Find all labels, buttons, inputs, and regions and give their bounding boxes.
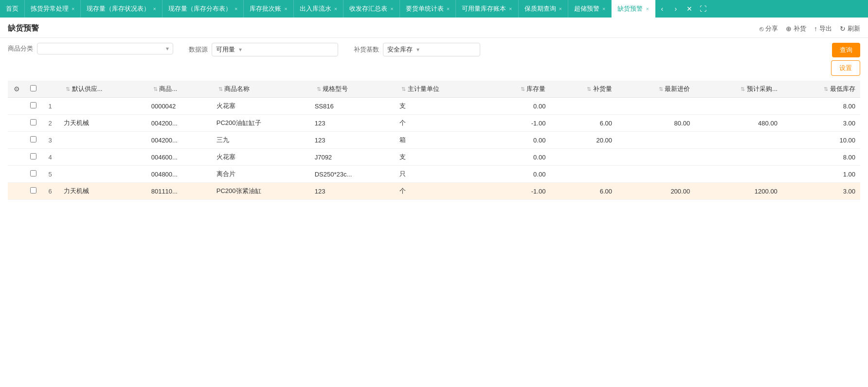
tab-close-3[interactable]: × (235, 6, 237, 12)
table-row: 4 004600... 火花塞 J7092 支 0.00 8.00 (8, 149, 860, 166)
col-rownum (41, 81, 59, 98)
tab-close-1[interactable]: × (72, 6, 74, 12)
tab-scroll-right[interactable]: › (669, 0, 683, 18)
row-num-4: 5 (41, 166, 59, 183)
tab-label: 超储预警 (574, 4, 599, 13)
datasource-filter-group: 数据源 可用量 ▾ (189, 43, 338, 56)
row-num-0: 1 (41, 98, 59, 115)
tab-1[interactable]: 拣货异常处理 × (25, 0, 81, 18)
tab-label: 首页 (6, 4, 18, 13)
settings-button[interactable]: 设置 (831, 60, 860, 76)
tab-close-8[interactable]: × (509, 6, 512, 12)
col-product-code: ⇅ 商品... (146, 81, 212, 98)
row-min-stock-3: 8.00 (782, 149, 860, 166)
tab-11[interactable]: 缺货预警 × (612, 0, 655, 18)
row-estimated-purchase-5: 1200.00 (695, 183, 782, 200)
table-row: 3 004200... 三九 123 箱 0.00 20.00 10.00 (8, 132, 860, 149)
row-checkbox-1[interactable] (30, 119, 36, 125)
gear-icon[interactable]: ⚙ (14, 85, 20, 93)
tab-label: 拣货异常处理 (31, 4, 69, 13)
tab-expand[interactable]: ⛶ (696, 0, 710, 18)
query-button[interactable]: 查询 (832, 43, 860, 57)
row-unit-4: 只 (395, 166, 484, 183)
tab-close-all[interactable]: ✕ (683, 0, 696, 18)
tab-close-5[interactable]: × (334, 6, 337, 12)
row-product-code-5: 801110... (146, 183, 212, 200)
category-label: 商品分类 (8, 44, 33, 53)
row-spec-3: J7092 (310, 149, 395, 166)
row-replenish-qty-0 (550, 98, 617, 115)
row-estimated-purchase-0 (695, 98, 782, 115)
tab-7[interactable]: 要货单统计表 × (400, 0, 456, 18)
share-icon: ⎋ (760, 25, 763, 33)
row-gear-cell (8, 166, 25, 183)
row-checkbox-cell (25, 115, 41, 132)
tab-label: 现存量（库存分布表） (168, 4, 232, 13)
row-latest-price-1: 80.00 (617, 115, 695, 132)
tab-label: 缺货预警 (617, 4, 643, 13)
tab-5[interactable]: 出入库流水 × (294, 0, 344, 18)
tab-6[interactable]: 收发存汇总表 × (344, 0, 399, 18)
category-dropdown-icon: ▾ (166, 45, 169, 52)
tab-9[interactable]: 保质期查询 × (519, 0, 568, 18)
row-estimated-purchase-2 (695, 132, 782, 149)
row-checkbox-4[interactable] (30, 170, 36, 176)
row-checkbox-cell (25, 183, 41, 200)
tab-label: 保质期查询 (524, 4, 556, 13)
row-checkbox-2[interactable] (30, 136, 36, 142)
tab-label: 库存批次账 (250, 4, 281, 13)
row-product-code-0: 0000042 (146, 98, 212, 115)
tab-home[interactable]: 首页 (0, 0, 25, 18)
row-unit-3: 支 (395, 149, 484, 166)
tab-close-10[interactable]: × (602, 6, 605, 12)
row-product-name-3: 火花塞 (212, 149, 310, 166)
row-supplier-0 (59, 98, 146, 115)
tab-3[interactable]: 现存量（库存分布表） × (163, 0, 244, 18)
row-product-name-5: PC200张紧油缸 (212, 183, 310, 200)
replenish-button[interactable]: ⊕ 补货 (786, 24, 806, 33)
replenish-basis-value: 安全库存 (387, 45, 413, 54)
refresh-button[interactable]: ↻ 刷新 (840, 24, 860, 33)
row-gear-cell (8, 183, 25, 200)
row-spec-4: DS250*23c... (310, 166, 395, 183)
col-default-supplier-sort-icon: ⇅ (66, 86, 70, 92)
tab-4[interactable]: 库存批次账 × (244, 0, 293, 18)
datasource-select[interactable]: 可用量 ▾ (212, 43, 338, 56)
col-gear: ⚙ (8, 81, 25, 98)
refresh-icon: ↻ (840, 25, 846, 33)
tab-close-4[interactable]: × (284, 6, 287, 12)
row-stock-3: 0.00 (484, 149, 551, 166)
category-select[interactable]: ▾ (37, 43, 173, 54)
tab-close-9[interactable]: × (559, 6, 562, 12)
select-all-checkbox[interactable] (30, 85, 36, 91)
table-row: 1 0000042 火花塞 SS816 支 0.00 8.00 (8, 98, 860, 115)
row-min-stock-5: 3.00 (782, 183, 860, 200)
tab-scroll-left[interactable]: ‹ (655, 0, 669, 18)
tab-bar: 首页 拣货异常处理 × 现存量（库存状况表） × 现存量（库存分布表） × 库存… (0, 0, 868, 18)
row-latest-price-3 (617, 149, 695, 166)
col-estimated-purchase: ⇅ 预计采购... (695, 81, 782, 98)
row-latest-price-4 (617, 166, 695, 183)
tab-close-11[interactable]: × (646, 6, 649, 12)
tab-close-7[interactable]: × (447, 6, 450, 12)
export-button[interactable]: ↑ 导出 (814, 24, 832, 33)
row-checkbox-5[interactable] (30, 187, 36, 194)
row-min-stock-1: 3.00 (782, 115, 860, 132)
col-product-code-sort-icon: ⇅ (153, 86, 158, 92)
tab-2[interactable]: 现存量（库存状况表） × (81, 0, 162, 18)
tab-close-6[interactable]: × (390, 6, 393, 12)
row-checkbox-cell (25, 149, 41, 166)
export-icon: ↑ (814, 25, 817, 33)
row-checkbox-0[interactable] (30, 102, 36, 108)
tab-close-2[interactable]: × (153, 6, 156, 12)
col-product-name-sort-icon: ⇅ (218, 86, 223, 92)
tab-8[interactable]: 可用量库存账本 × (456, 0, 518, 18)
row-checkbox-3[interactable] (30, 153, 36, 159)
row-gear-cell (8, 149, 25, 166)
row-spec-0: SS816 (310, 98, 395, 115)
tab-10[interactable]: 超储预警 × (568, 0, 612, 18)
share-button[interactable]: ⎋ 分享 (760, 24, 778, 33)
replenish-label: 补货 (794, 24, 806, 33)
replenish-basis-select[interactable]: 安全库存 ▾ (383, 43, 480, 56)
row-product-code-2: 004200... (146, 132, 212, 149)
